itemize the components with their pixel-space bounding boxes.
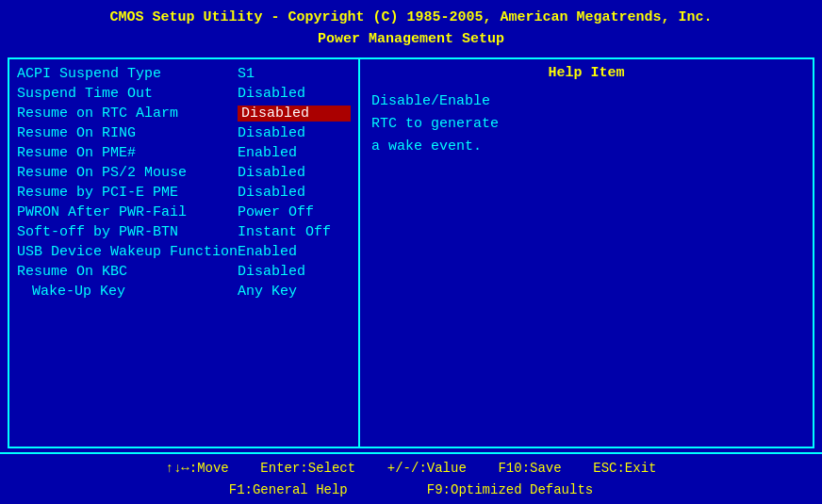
footer-f1: F1:General Help [229,482,348,497]
title-line2: Power Management Setup [0,29,822,51]
main-content: ACPI Suspend TypeS1Suspend Time OutDisab… [8,57,814,448]
menu-label: PWRON After PWR-Fail [17,204,187,220]
menu-value: Disabled [238,264,351,280]
menu-label: Resume On PS/2 Mouse [17,165,187,181]
title-bar: CMOS Setup Utility - Copyright (C) 1985-… [0,0,822,54]
menu-row[interactable]: Soft-off by PWR-BTNInstant Off [17,223,351,241]
menu-row[interactable]: ACPI Suspend TypeS1 [17,65,351,83]
footer-f10: F10:Save [498,461,561,476]
footer: ↑↓↔:Move Enter:Select +/-/:Value F10:Sav… [0,452,822,504]
menu-row[interactable]: PWRON After PWR-FailPower Off [17,203,351,221]
menu-label: Resume on RTC Alarm [17,106,178,122]
menu-value: Enabled [238,244,351,260]
menu-row[interactable]: Resume by PCI-E PMEDisabled [17,184,351,202]
menu-value: Disabled [238,106,351,122]
help-title: Help Item [371,65,801,81]
menu-row[interactable]: Resume On PS/2 MouseDisabled [17,164,351,182]
menu-label: Resume On KBC [17,264,127,280]
menu-value: Disabled [238,86,351,102]
menu-row[interactable]: Suspend Time OutDisabled [17,85,351,103]
menu-value: Enabled [238,145,351,161]
menu-label: USB Device Wakeup Function [17,244,238,260]
menu-label: Resume On PME# [17,145,136,161]
help-line: a wake event. [371,136,801,158]
menu-row[interactable]: Resume On KBCDisabled [17,263,351,281]
menu-label: ACPI Suspend Type [17,66,161,82]
menu-value: S1 [238,66,351,82]
menu-label: Wake-Up Key [17,284,125,300]
title-line1: CMOS Setup Utility - Copyright (C) 1985-… [0,8,822,29]
menu-value: Disabled [238,185,351,201]
footer-move: ↑↓↔:Move [166,461,229,476]
menu-label: Resume by PCI-E PME [17,185,178,201]
footer-f9: F9:Optimized Defaults [427,482,593,497]
footer-value: +/-/:Value [387,461,467,476]
menu-value: Any Key [238,284,351,300]
menu-row[interactable]: Resume On PME#Enabled [17,144,351,162]
help-line: Disable/Enable [371,90,801,113]
footer-line1: ↑↓↔:Move Enter:Select +/-/:Value F10:Sav… [0,458,822,479]
left-panel: ACPI Suspend TypeS1Suspend Time OutDisab… [9,59,360,447]
menu-label: Resume On RING [17,125,136,141]
right-panel: Help Item Disable/EnableRTC to generatea… [360,59,813,447]
menu-row[interactable]: USB Device Wakeup FunctionEnabled [17,243,351,261]
help-text: Disable/EnableRTC to generatea wake even… [371,90,801,158]
menu-row[interactable]: Resume On RINGDisabled [17,124,351,142]
bios-screen: CMOS Setup Utility - Copyright (C) 1985-… [0,0,822,504]
menu-value: Instant Off [238,224,351,240]
menu-label: Soft-off by PWR-BTN [17,224,178,240]
menu-value: Disabled [238,165,351,181]
menu-label: Suspend Time Out [17,86,153,102]
footer-enter: Enter:Select [260,461,355,476]
menu-value: Disabled [238,125,351,141]
help-line: RTC to generate [371,113,801,136]
footer-esc: ESC:Exit [593,461,656,476]
menu-value: Power Off [238,204,351,220]
menu-row[interactable]: Wake-Up KeyAny Key [17,283,351,301]
footer-line2: F1:General Help F9:Optimized Defaults [0,480,822,500]
menu-row[interactable]: Resume on RTC AlarmDisabled [17,105,351,122]
